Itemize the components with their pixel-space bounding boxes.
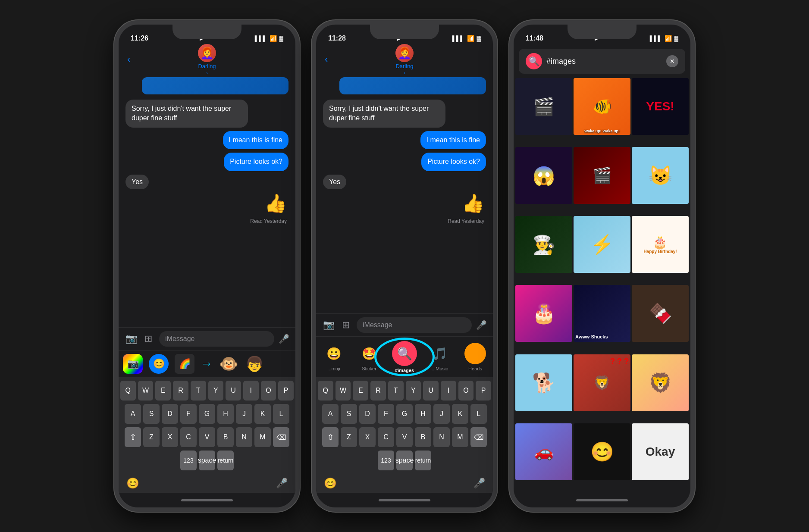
- face-tray-btn-1[interactable]: 😊: [149, 354, 169, 374]
- dictation-btn-1[interactable]: 🎤: [276, 478, 288, 489]
- gif-cell-17[interactable]: 😊: [574, 423, 630, 480]
- tray-emoji-2[interactable]: 😀 ...moji: [316, 341, 351, 373]
- contact-name-2[interactable]: Darling: [395, 63, 413, 69]
- photos-tray-btn-1[interactable]: 📷: [123, 354, 143, 374]
- camera-btn-2[interactable]: 📷: [322, 319, 335, 331]
- mic-btn-1[interactable]: 🎤: [279, 334, 289, 344]
- key-d-2[interactable]: D: [359, 404, 376, 424]
- dictation-btn-2[interactable]: 🎤: [473, 478, 485, 489]
- key-h-2[interactable]: H: [415, 404, 431, 424]
- key-shift-2[interactable]: ⇧: [322, 427, 339, 447]
- gif-cell-15[interactable]: 🦁: [632, 354, 689, 411]
- key-s-2[interactable]: S: [341, 404, 357, 424]
- tray-sticker-2[interactable]: 🤩 Sticker: [351, 341, 387, 373]
- contact-avatar-2[interactable]: 👩‍🦰 Darling ›: [395, 44, 414, 75]
- key-y-1[interactable]: Y: [208, 381, 224, 401]
- key-e-2[interactable]: E: [353, 381, 368, 401]
- gif-cell-13[interactable]: 🐕: [515, 354, 572, 411]
- key-s-1[interactable]: S: [143, 404, 160, 424]
- key-l-1[interactable]: L: [273, 404, 289, 424]
- key-return-2[interactable]: return: [415, 451, 431, 470]
- key-delete-1[interactable]: ⌫: [273, 427, 289, 447]
- key-m-2[interactable]: M: [452, 427, 468, 447]
- gif-cell-5[interactable]: 🎬: [574, 147, 630, 204]
- key-k-1[interactable]: K: [254, 404, 271, 424]
- key-z-1[interactable]: Z: [143, 427, 160, 447]
- mic-btn-2[interactable]: 🎤: [476, 320, 487, 330]
- key-u-2[interactable]: U: [423, 381, 439, 401]
- key-k-2[interactable]: K: [452, 404, 468, 424]
- gif-cell-6[interactable]: 😺: [632, 147, 689, 204]
- key-delete-2[interactable]: ⌫: [470, 427, 487, 447]
- key-x-2[interactable]: X: [359, 427, 376, 447]
- key-r-2[interactable]: R: [370, 381, 386, 401]
- key-i-1[interactable]: I: [243, 381, 259, 401]
- gif-cell-14[interactable]: 🦁 ? ? ?: [574, 354, 630, 411]
- key-t-1[interactable]: T: [191, 381, 206, 401]
- key-o-1[interactable]: O: [261, 381, 276, 401]
- key-p-1[interactable]: P: [278, 381, 294, 401]
- tray-images-2[interactable]: 🔍 #images: [387, 339, 422, 375]
- key-u-1[interactable]: U: [226, 381, 241, 401]
- key-space-1[interactable]: space: [199, 451, 215, 470]
- gif-cell-16[interactable]: 🚗: [515, 423, 572, 480]
- key-r-1[interactable]: R: [173, 381, 188, 401]
- key-c-1[interactable]: C: [180, 427, 197, 447]
- message-input-1[interactable]: iMessage: [159, 331, 274, 347]
- key-f-2[interactable]: F: [378, 404, 394, 424]
- key-i-2[interactable]: I: [441, 381, 456, 401]
- key-return-1[interactable]: return: [217, 451, 234, 470]
- key-l-2[interactable]: L: [470, 404, 487, 424]
- key-t-2[interactable]: T: [388, 381, 404, 401]
- gif-cell-2[interactable]: 🐠 Wake up! Wake up!: [574, 78, 630, 135]
- emoji-btn-1[interactable]: 😊: [126, 477, 139, 489]
- back-button-2[interactable]: ‹: [325, 54, 328, 65]
- key-g-2[interactable]: G: [396, 404, 413, 424]
- key-z-2[interactable]: Z: [341, 427, 357, 447]
- key-n-1[interactable]: N: [236, 427, 252, 447]
- gif-cell-1[interactable]: 🎬: [515, 78, 572, 135]
- key-m-1[interactable]: M: [254, 427, 271, 447]
- key-v-2[interactable]: V: [396, 427, 413, 447]
- tray-heads-2[interactable]: Heads: [458, 341, 493, 373]
- key-space-2[interactable]: space: [396, 451, 413, 470]
- key-e-1[interactable]: E: [155, 381, 171, 401]
- back-button-1[interactable]: ‹: [127, 54, 130, 65]
- message-input-2[interactable]: iMessage: [357, 317, 472, 333]
- app-btn-1[interactable]: ⊞: [142, 333, 155, 344]
- emoji-btn-2[interactable]: 😊: [324, 477, 337, 489]
- key-g-1[interactable]: G: [199, 404, 215, 424]
- tray-icon-3[interactable]: 🌈: [175, 354, 194, 374]
- camera-btn-1[interactable]: 📷: [125, 333, 138, 344]
- key-f-1[interactable]: F: [180, 404, 197, 424]
- key-b-1[interactable]: B: [217, 427, 234, 447]
- key-o-2[interactable]: O: [458, 381, 474, 401]
- key-c-2[interactable]: C: [378, 427, 394, 447]
- key-q-2[interactable]: Q: [318, 381, 333, 401]
- key-123-2[interactable]: 123: [378, 451, 394, 470]
- key-q-1[interactable]: Q: [120, 381, 136, 401]
- gif-cell-12[interactable]: 🍫: [632, 285, 689, 342]
- gif-cell-4[interactable]: 😱: [515, 147, 572, 204]
- key-y-2[interactable]: Y: [406, 381, 421, 401]
- gif-cell-7[interactable]: 👨‍🍳: [515, 216, 572, 273]
- gif-cell-9[interactable]: 🎂 Happy Birthday!: [632, 216, 689, 273]
- key-x-1[interactable]: X: [162, 427, 178, 447]
- key-123-1[interactable]: 123: [180, 451, 197, 470]
- monkey-tray-btn-1[interactable]: 🐵: [219, 354, 238, 374]
- key-v-1[interactable]: V: [199, 427, 215, 447]
- contact-name-1[interactable]: Darling: [198, 63, 216, 69]
- app-btn-2[interactable]: ⊞: [339, 319, 352, 331]
- key-p-2[interactable]: P: [476, 381, 491, 401]
- key-n-2[interactable]: N: [433, 427, 450, 447]
- key-h-1[interactable]: H: [217, 404, 234, 424]
- images-close-btn[interactable]: ✕: [666, 55, 678, 67]
- gif-cell-11[interactable]: Awww Shucks: [574, 285, 630, 342]
- key-a-2[interactable]: A: [322, 404, 339, 424]
- key-j-2[interactable]: J: [433, 404, 450, 424]
- key-a-1[interactable]: A: [125, 404, 141, 424]
- memoji-tray-btn-1[interactable]: 👦: [245, 354, 264, 374]
- key-d-1[interactable]: D: [162, 404, 178, 424]
- gif-cell-10[interactable]: 🎂: [515, 285, 572, 342]
- key-w-1[interactable]: W: [138, 381, 154, 401]
